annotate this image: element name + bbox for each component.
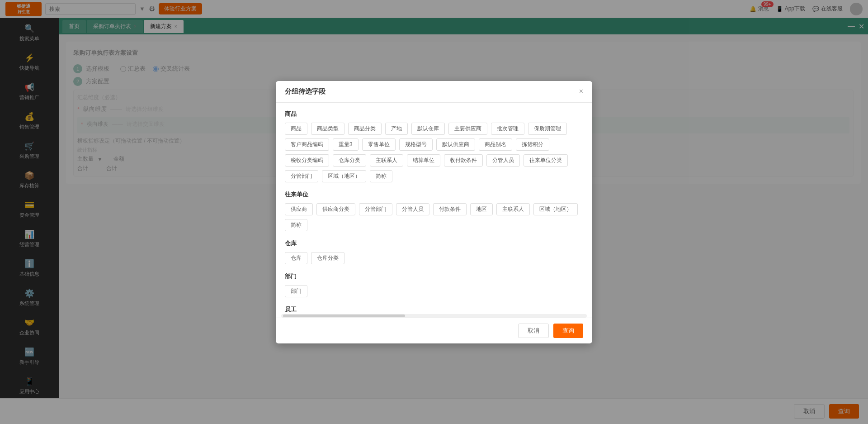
field-tag-供应商分类[interactable]: 供应商分类 xyxy=(316,203,355,215)
field-tag-主联系人[interactable]: 主联系人 xyxy=(496,203,530,215)
field-tag-地区[interactable]: 地区 xyxy=(470,203,493,215)
field-tag-区域（地区）[interactable]: 区域（地区） xyxy=(533,203,578,215)
modal-overlay[interactable]: 分组待选字段 × 商品商品商品类型商品分类产地默认仓库主要供应商批次管理保质期管… xyxy=(0,0,868,424)
field-tag-拣货积分[interactable]: 拣货积分 xyxy=(516,138,549,151)
modal-header: 分组待选字段 × xyxy=(276,81,592,103)
field-tag-默认仓库[interactable]: 默认仓库 xyxy=(411,123,445,135)
field-tag-简称[interactable]: 简称 xyxy=(285,219,307,231)
field-section-商品: 商品商品商品类型商品分类产地默认仓库主要供应商批次管理保质期管理客户商品编码重量… xyxy=(285,110,583,182)
field-tag-税收分类编码[interactable]: 税收分类编码 xyxy=(285,154,329,167)
field-tag-分管人员[interactable]: 分管人员 xyxy=(396,203,429,215)
field-tag-往来单位分类[interactable]: 往来单位分类 xyxy=(524,154,568,167)
field-tag-主联系人[interactable]: 主联系人 xyxy=(370,154,403,167)
field-tag-部门[interactable]: 部门 xyxy=(285,285,307,297)
field-tag-结算单位[interactable]: 结算单位 xyxy=(407,154,440,167)
modal-close-btn[interactable]: × xyxy=(579,87,583,95)
field-tag-付款条件[interactable]: 付款条件 xyxy=(433,203,467,215)
field-tag-批次管理[interactable]: 批次管理 xyxy=(491,123,524,135)
modal-confirm-btn[interactable]: 查询 xyxy=(553,324,583,338)
field-section-往来单位: 往来单位供应商供应商分类分管部门分管人员付款条件地区主联系人区域（地区）简称 xyxy=(285,191,583,231)
field-section-部门: 部门部门 xyxy=(285,272,583,297)
field-tag-产地[interactable]: 产地 xyxy=(385,123,408,135)
field-grid-部门: 部门 xyxy=(285,285,583,297)
field-tag-商品分类[interactable]: 商品分类 xyxy=(348,123,382,135)
field-tag-仓库分类[interactable]: 仓库分类 xyxy=(333,154,366,167)
field-tag-分管人员[interactable]: 分管人员 xyxy=(486,154,520,167)
field-tag-默认供应商[interactable]: 默认供应商 xyxy=(436,138,475,151)
field-tag-收付款条件[interactable]: 收付款条件 xyxy=(444,154,483,167)
field-grid-仓库: 仓库仓库分类 xyxy=(285,252,583,264)
field-grid-往来单位: 供应商供应商分类分管部门分管人员付款条件地区主联系人区域（地区）简称 xyxy=(285,203,583,231)
modal-footer: 取消查询 xyxy=(276,318,592,343)
field-tag-区域（地区）[interactable]: 区域（地区） xyxy=(322,170,366,182)
field-tag-零售单位[interactable]: 零售单位 xyxy=(362,138,396,151)
field-tag-商品类型[interactable]: 商品类型 xyxy=(311,123,344,135)
field-tag-简称[interactable]: 简称 xyxy=(370,170,392,182)
field-tag-商品[interactable]: 商品 xyxy=(285,123,307,135)
field-tag-仓库[interactable]: 仓库 xyxy=(285,252,307,264)
modal-hscroll-thumb xyxy=(283,314,405,317)
field-tag-分管部门[interactable]: 分管部门 xyxy=(285,170,318,182)
field-tag-仓库分类[interactable]: 仓库分类 xyxy=(311,252,344,264)
section-title-部门: 部门 xyxy=(285,272,583,281)
field-section-员工: 员工业务员 xyxy=(285,305,583,312)
field-select-modal: 分组待选字段 × 商品商品商品类型商品分类产地默认仓库主要供应商批次管理保质期管… xyxy=(276,81,592,343)
field-tag-主要供应商[interactable]: 主要供应商 xyxy=(448,123,487,135)
field-tag-商品别名[interactable]: 商品别名 xyxy=(479,138,512,151)
field-section-仓库: 仓库仓库仓库分类 xyxy=(285,239,583,264)
section-title-员工: 员工 xyxy=(285,305,583,312)
section-title-仓库: 仓库 xyxy=(285,239,583,248)
modal-hscrollbar[interactable] xyxy=(281,314,587,318)
modal-cancel-btn[interactable]: 取消 xyxy=(518,324,549,338)
field-tag-分管部门[interactable]: 分管部门 xyxy=(359,203,392,215)
field-tag-保质期管理[interactable]: 保质期管理 xyxy=(528,123,567,135)
field-tag-供应商[interactable]: 供应商 xyxy=(285,203,313,215)
field-tag-重量3[interactable]: 重量3 xyxy=(333,138,359,151)
modal-body: 商品商品商品类型商品分类产地默认仓库主要供应商批次管理保质期管理客户商品编码重量… xyxy=(276,103,592,312)
section-title-往来单位: 往来单位 xyxy=(285,191,583,199)
section-title-商品: 商品 xyxy=(285,110,583,118)
field-grid-商品: 商品商品类型商品分类产地默认仓库主要供应商批次管理保质期管理客户商品编码重量3零… xyxy=(285,123,583,182)
field-tag-规格型号[interactable]: 规格型号 xyxy=(399,138,433,151)
field-tag-客户商品编码[interactable]: 客户商品编码 xyxy=(285,138,329,151)
modal-title: 分组待选字段 xyxy=(285,87,326,96)
